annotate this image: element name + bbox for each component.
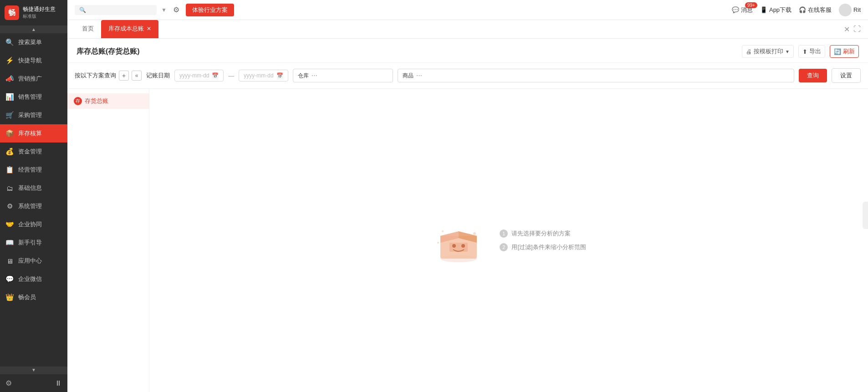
right-panel: 1 请先选择要分析的方案 2 用[过滤]条件来缩小分析范围 — [149, 89, 868, 392]
svg-rect-4 — [449, 243, 468, 252]
search-icon: 🔍 — [5, 38, 14, 46]
member-icon: 👑 — [5, 293, 14, 301]
svg-point-5 — [452, 244, 456, 248]
print-dropdown-icon: ▼ — [785, 49, 790, 54]
sidebar-item-system[interactable]: ⚙ 系统管理 — [0, 197, 67, 215]
sales-icon: 📊 — [5, 93, 14, 101]
phone-icon: 📱 — [760, 6, 767, 13]
scheme-icon: 存 — [74, 97, 82, 105]
header-gear-icon[interactable]: ⚙ — [173, 5, 179, 14]
app-edition: 标准版 — [23, 13, 56, 20]
sidebar-item-member[interactable]: 👑 畅会员 — [0, 288, 67, 306]
empty-tips: 1 请先选择要分析的方案 2 用[过滤]条件来缩小分析范围 — [500, 229, 586, 251]
app-download-btn[interactable]: 📱 App下载 — [760, 6, 791, 14]
empty-tip-2: 2 用[过滤]条件来缩小分析范围 — [500, 243, 586, 251]
operation-icon: 📋 — [5, 166, 14, 174]
print-icon: 🖨 — [746, 48, 752, 55]
filter-collapse-btn[interactable]: « — [132, 71, 142, 81]
calendar-start-icon: 📅 — [212, 72, 219, 79]
header-chevron-icon[interactable]: ▼ — [161, 7, 167, 13]
page-header: 库存总账(存货总账) 🖨 按模板打印 ▼ ⬆ 导出 🔄 刷新 — [67, 39, 868, 63]
sidebar-item-shortcut[interactable]: ⚡ 快捷导航 — [0, 51, 67, 70]
warehouse-input[interactable]: 仓库 ··· — [293, 69, 393, 82]
app-name: 畅捷通好生意 — [23, 6, 56, 13]
sidebar-nav: 🔍 搜索菜单 ⚡ 快捷导航 📣 营销推广 📊 销售管理 🛒 采购管理 📦 库存核… — [0, 33, 67, 367]
refresh-btn[interactable]: 🔄 刷新 — [830, 45, 859, 58]
main-area: 🔍 ▼ ⚙ 体验行业方案 💬 消息 99+ 📱 App下载 🎧 在线客服 Rit — [67, 0, 868, 392]
avatar — [839, 4, 852, 16]
tip-1-text: 请先选择要分析的方案 — [511, 229, 571, 238]
filter-add-btn[interactable]: + — [119, 71, 129, 81]
window-expand-icon[interactable]: ⛶ — [853, 25, 861, 33]
warehouse-more-icon[interactable]: ··· — [311, 71, 317, 80]
settings-icon[interactable]: ⚙ — [5, 379, 12, 387]
basic-icon: 🗂 — [5, 184, 14, 192]
sidebar-item-finance[interactable]: 💰 资金管理 — [0, 143, 67, 161]
service-btn[interactable]: 🎧 在线客服 — [799, 6, 832, 14]
logo-icon: 畅 — [5, 5, 19, 20]
tab-close-icon[interactable]: ✕ — [147, 25, 151, 32]
sidebar-item-search[interactable]: 🔍 搜索菜单 — [0, 33, 67, 51]
inventory-icon: 📦 — [5, 129, 14, 137]
header-search-box[interactable]: 🔍 — [75, 5, 157, 15]
finance-icon: 💰 — [5, 148, 14, 156]
page-title: 库存总账(存货总账) — [77, 47, 140, 56]
sidebar-footer: ⚙ ⏸ — [0, 374, 67, 392]
sidebar-scroll-down[interactable]: ▼ — [0, 367, 67, 374]
tab-inventory-ledger[interactable]: 库存成本总账 ✕ — [101, 20, 158, 38]
right-scroll-indicator[interactable] — [863, 202, 868, 229]
toggle-icon[interactable]: ⏸ — [55, 379, 62, 387]
window-close-icon[interactable]: ✕ — [844, 25, 850, 34]
sidebar-item-purchase[interactable]: 🛒 采购管理 — [0, 106, 67, 124]
product-input[interactable]: 商品 ··· — [398, 69, 794, 82]
sidebar-item-cooperation[interactable]: 🤝 企业协同 — [0, 215, 67, 234]
print-btn[interactable]: 🖨 按模板打印 ▼ — [742, 45, 794, 58]
app-logo: 畅 畅捷通好生意 标准版 — [0, 0, 67, 26]
sidebar-item-inventory[interactable]: 📦 库存核算 — [0, 124, 67, 143]
setting-btn[interactable]: 设置 — [832, 68, 861, 83]
sidebar-scroll-up[interactable]: ▲ — [0, 26, 67, 33]
tab-home[interactable]: 首页 — [75, 20, 101, 38]
date-end-input[interactable]: yyyy-mm-dd 📅 — [239, 70, 288, 81]
header-search-icon: 🔍 — [79, 7, 86, 13]
sidebar-item-marketing[interactable]: 📣 营销推广 — [0, 70, 67, 88]
product-more-icon[interactable]: ··· — [416, 71, 422, 80]
scheme-panel: 存 存货总账 — [67, 89, 149, 392]
industry-btn[interactable]: 体验行业方案 — [186, 4, 234, 16]
shortcut-icon: ⚡ — [5, 56, 14, 65]
sidebar-item-operation[interactable]: 📋 经营管理 — [0, 161, 67, 179]
sidebar-item-guide[interactable]: 📖 新手引导 — [0, 234, 67, 252]
guide-icon: 📖 — [5, 239, 14, 247]
scheme-item-inventory[interactable]: 存 存货总账 — [67, 93, 149, 109]
headset-icon: 🎧 — [799, 6, 806, 13]
sidebar-item-apps[interactable]: 🖥 应用中心 — [0, 252, 67, 270]
date-separator: — — [228, 72, 234, 79]
date-label: 记账日期 — [146, 71, 170, 80]
date-start-input[interactable]: yyyy-mm-dd 📅 — [174, 70, 224, 81]
weixin-icon: 💬 — [5, 275, 14, 283]
apps-icon: 🖥 — [5, 257, 14, 265]
header-right: 💬 消息 99+ 📱 App下载 🎧 在线客服 Rit — [732, 4, 861, 16]
system-icon: ⚙ — [5, 202, 14, 210]
sidebar-item-sales[interactable]: 📊 销售管理 — [0, 88, 67, 106]
empty-tip-1: 1 请先选择要分析的方案 — [500, 229, 586, 238]
search-btn[interactable]: 查询 — [799, 69, 827, 82]
svg-point-8 — [473, 232, 476, 235]
purchase-icon: 🛒 — [5, 111, 14, 119]
export-btn[interactable]: ⬆ 导出 — [798, 45, 825, 58]
sidebar: 畅 畅捷通好生意 标准版 ▲ 🔍 搜索菜单 ⚡ 快捷导航 📣 营销推广 📊 销售… — [0, 0, 67, 392]
marketing-icon: 📣 — [5, 75, 14, 83]
sidebar-item-basic[interactable]: 🗂 基础信息 — [0, 179, 67, 197]
tip-2-text: 用[过滤]条件来缩小分析范围 — [511, 243, 586, 251]
tip-2-num: 2 — [500, 243, 508, 251]
sidebar-item-weixin[interactable]: 💬 企业微信 — [0, 270, 67, 288]
content-area: 库存总账(存货总账) 🖨 按模板打印 ▼ ⬆ 导出 🔄 刷新 — [67, 39, 868, 392]
refresh-icon: 🔄 — [834, 48, 841, 55]
message-btn[interactable]: 💬 消息 99+ — [732, 6, 753, 14]
svg-point-9 — [437, 242, 439, 244]
user-profile[interactable]: Rit — [839, 4, 861, 16]
tip-1-num: 1 — [500, 229, 508, 238]
message-icon: 💬 — [732, 6, 739, 13]
calendar-end-icon: 📅 — [276, 72, 283, 79]
svg-point-7 — [442, 230, 444, 232]
